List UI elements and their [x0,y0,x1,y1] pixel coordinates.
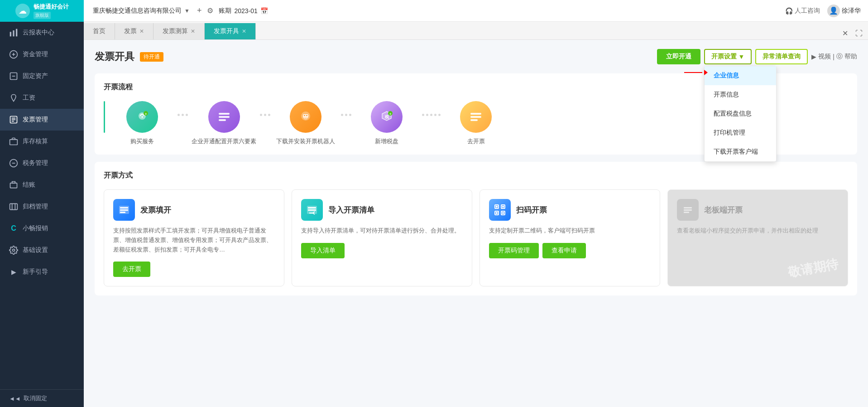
svg-rect-14 [219,116,230,118]
sidebar-item-archive[interactable]: 归档管理 [0,196,84,218]
pending-overlay: 敬请期待 [787,256,840,281]
scan-invoice-view-button[interactable]: 查看申请 [542,243,586,258]
sidebar-item-invoice[interactable]: 发票管理 [0,109,84,131]
sidebar-item-settings[interactable]: 基础设置 [0,239,84,261]
dropdown-item-printer[interactable]: 打印机管理 [705,123,776,142]
svg-rect-17 [303,114,308,118]
play-icon: ▶ [811,53,816,60]
settings-dropdown-menu: 企业信息 开票信息 配置税盘信息 打印机管理 下载开票客户端 [704,66,777,162]
tab-invoice-issue-label: 发票开具 [214,27,239,35]
flow-dots-3 [341,114,351,116]
avatar-icon: 👤 [827,5,840,17]
inventory-icon [9,137,18,146]
service-label: 人工咨询 [795,7,820,15]
sidebar-item-reports[interactable]: 云报表中心 [0,22,84,44]
report-sales-icon: C [9,224,18,233]
sidebar-item-funds[interactable]: 资金管理 [0,44,84,65]
unpin-icon: ◄◄ [9,395,21,402]
tab-invoice-issue[interactable]: 发票开具 ✕ [205,23,256,39]
svg-text:+: + [389,112,392,116]
video-button[interactable]: ▶ 视频 | ⓪ 帮助 [811,53,857,61]
dropdown-item-invoice-info[interactable]: 开票信息 [705,85,776,104]
sidebar-label-payroll: 工资 [23,94,35,102]
flow-step-buy-service: + 购买服务 [110,101,174,145]
import-invoice-title: 导入开票清单 [328,205,374,215]
sidebar-item-guide[interactable]: ▶ 新手引导 [0,261,84,283]
tab-home[interactable]: 首页 [84,23,115,39]
flow-step-go-invoice: 去开票 [444,101,508,145]
svg-text:+: + [145,112,147,116]
fill-invoice-title: 发票填开 [140,205,171,215]
tab-invoice-issue-close[interactable]: ✕ [242,28,246,34]
sidebar-label-tax: 税务管理 [23,159,48,167]
period-selector[interactable]: 账期 2023-01 📅 [219,7,268,15]
svg-rect-18 [304,115,305,116]
flow-dots-4 [422,114,441,116]
methods-section: 开票方式 [95,162,857,296]
flow-step-download: 下载并安装开票机器人 [274,101,337,145]
dropdown-item-tax-disk[interactable]: 配置税盘信息 [705,104,776,123]
settings-icon[interactable]: ⚙ [207,6,213,15]
tabs-bar: 首页 发票 ✕ 发票测算 ✕ 发票开具 ✕ ✕ ⛶ [84,22,868,40]
scan-invoice-code-button[interactable]: 开票码管理 [489,243,539,258]
svg-rect-43 [684,212,689,213]
dropdown-item-download-client[interactable]: 下载开票客户端 [705,142,776,161]
sidebar-item-settlement[interactable]: 结账 [0,174,84,196]
chevron-down-icon: ▼ [184,8,190,14]
calendar-icon: 📅 [260,7,268,15]
svg-rect-39 [496,212,498,214]
svg-rect-38 [502,206,504,208]
sidebar-label-archive: 归档管理 [23,203,48,211]
tab-maximize-button[interactable]: ⛶ [854,28,864,39]
unpin-button[interactable]: ◄◄ 取消固定 [0,389,84,407]
add-company-button[interactable]: + [197,6,202,15]
sidebar-item-tax[interactable]: 税务管理 [0,152,84,174]
settings-chevron-icon: ▼ [739,53,745,60]
page-content: 发票开具 待开通 立即开通 开票设置 ▼ [84,40,868,407]
svg-rect-29 [120,212,125,213]
fill-invoice-icon [113,199,135,221]
activate-button[interactable]: 立即开通 [657,49,700,64]
add-tax-icon: 税 + [371,101,403,133]
username: 徐泽华 [842,7,861,15]
config-label: 企业开通配置开票六要素 [192,137,256,145]
tax-icon [9,159,18,168]
go-invoice-label: 去开票 [467,137,485,145]
sidebar-item-assets[interactable]: 固定资产 [0,65,84,87]
sidebar-label-funds: 资金管理 [23,50,48,58]
settings-button[interactable]: 开票设置 ▼ [704,49,752,64]
import-invoice-button[interactable]: 导入清单 [301,243,345,258]
method-card-import: 导入开票清单 支持导入待开票清单，可对待开票清单进行拆分、合并处理。 导入清单 [292,189,472,286]
svg-rect-23 [470,113,481,115]
dropdown-item-company-info[interactable]: 企业信息 [705,66,776,85]
methods-section-title: 开票方式 [104,171,848,180]
boss-invoice-title: 老板端开票 [704,205,743,215]
svg-rect-13 [219,113,230,115]
help-circle-icon: ⓪ [836,53,843,61]
fill-invoice-button[interactable]: 去开票 [113,262,150,277]
invoice-icon [9,115,18,124]
svg-rect-41 [684,207,692,208]
fill-invoice-desc: 支持按照发票样式手工填开发票；可开具增值税电子普通发票、增值税普通发票、增值税专… [113,226,275,254]
sidebar-item-inventory[interactable]: 库存核算 [0,131,84,152]
period-label: 账期 [219,7,231,15]
tab-invoice-close[interactable]: ✕ [139,28,144,34]
funds-icon [9,50,18,59]
sidebar-item-report-sales[interactable]: C 小畅报销 [0,218,84,239]
svg-rect-31 [308,207,316,208]
exception-list-button[interactable]: 异常清单查询 [755,49,808,64]
status-badge: 待开通 [140,52,163,62]
video-label: 视频 [818,53,831,61]
sidebar-label-guide: 新手引导 [23,268,48,276]
tab-invoice-calc-close[interactable]: ✕ [191,28,195,34]
svg-rect-6 [10,140,18,145]
user-profile[interactable]: 👤 徐泽华 [827,5,861,17]
svg-rect-40 [502,212,504,214]
sidebar-item-payroll[interactable]: 工资 [0,87,84,109]
company-selector[interactable]: 重庆畅捷交通信息咨询有限公司 ▼ [93,7,190,15]
customer-service-button[interactable]: 🎧 人工咨询 [785,7,820,15]
tab-invoice[interactable]: 发票 ✕ [115,23,153,39]
tab-close-all-button[interactable]: ✕ [840,27,850,39]
sidebar: 云报表中心 资金管理 固定资产 [0,22,84,407]
tab-invoice-calc[interactable]: 发票测算 ✕ [153,23,205,39]
